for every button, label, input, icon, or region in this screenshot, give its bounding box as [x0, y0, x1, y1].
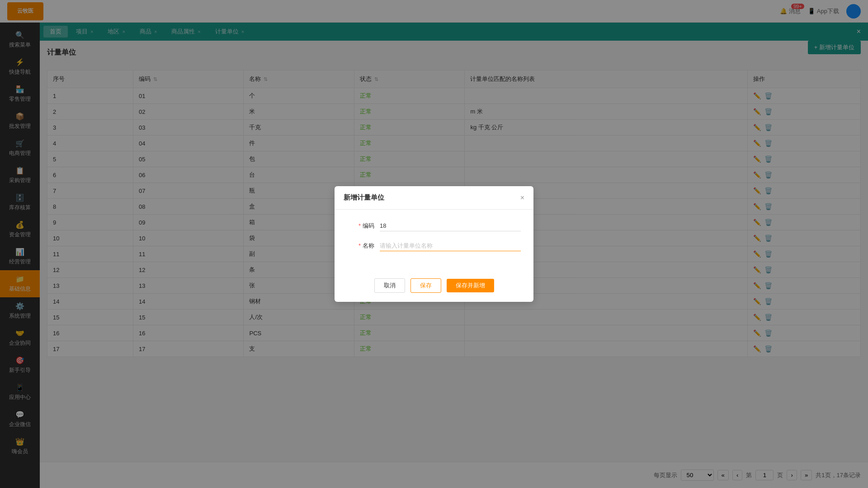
name-label: *名称 [347, 242, 374, 250]
modal-footer: 取消 保存 保存并新增 [335, 271, 533, 302]
modal-title: 新增计量单位 [344, 193, 384, 202]
modal-add-unit: 新增计量单位 × *编码 *名称 取消 保存 保存并新增 [335, 186, 533, 302]
modal-body: *编码 *名称 [335, 210, 533, 271]
code-label: *编码 [347, 222, 374, 230]
modal-close-button[interactable]: × [520, 194, 524, 202]
modal-header: 新增计量单位 × [335, 186, 533, 210]
form-row-name: *名称 [347, 240, 521, 251]
cancel-button[interactable]: 取消 [374, 278, 405, 293]
save-button[interactable]: 保存 [410, 278, 441, 293]
name-required-star: * [359, 242, 361, 249]
code-required-star: * [359, 222, 361, 229]
name-input[interactable] [380, 240, 521, 251]
code-input[interactable] [380, 221, 521, 231]
modal-overlay: 新增计量单位 × *编码 *名称 取消 保存 保存并新增 [0, 0, 868, 488]
save-and-new-button[interactable]: 保存并新增 [447, 279, 494, 292]
form-row-code: *编码 [347, 221, 521, 231]
